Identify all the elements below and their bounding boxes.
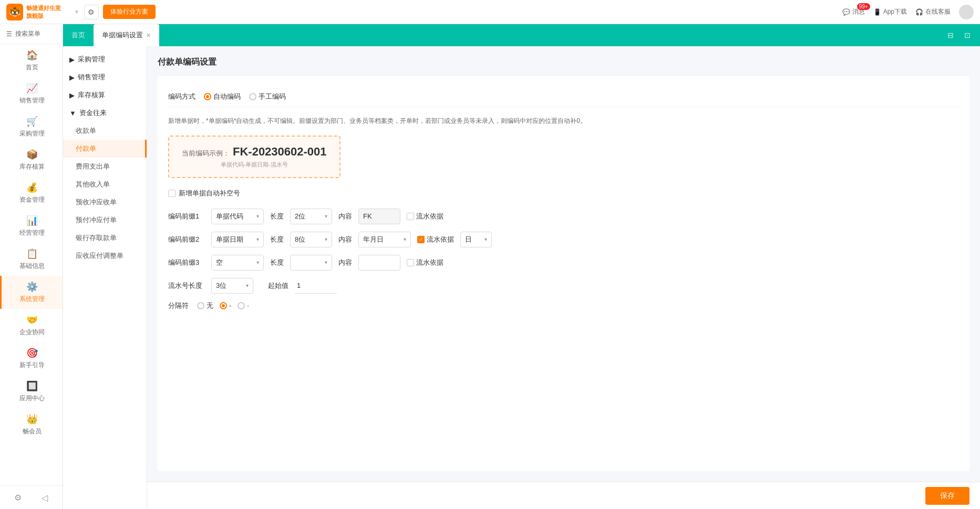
prefix2-stream-checkbox[interactable]: ✓ 流水依据 [417,235,454,244]
app-download-button[interactable]: 📱 App下载 [873,7,907,16]
secondary-sidebar: ▶ 采购管理 ▶ 销售管理 ▶ 库存核算 ▼ 资金往来 收款单 [63,46,147,509]
settings-icon[interactable]: ⚙ [84,5,99,19]
separator-label: 分隔符 [168,301,189,310]
sep-none-radio[interactable] [197,302,204,309]
sec-item-prepay-receivable[interactable]: 预收冲应收单 [63,193,147,211]
service-button[interactable]: 🎧 在线客服 [915,7,951,16]
sec-item-payment[interactable]: 付款单 [63,140,147,158]
sec-group-sales[interactable]: ▶ 销售管理 [63,68,147,86]
prefix2-content-label: 内容 [338,235,352,244]
message-badge: 99+ [857,3,870,10]
prefix3-arrow-icon: ▾ [256,259,259,265]
start-value-input[interactable]: 1 [295,278,337,294]
sec-item-prepay-payable[interactable]: 预付冲应付单 [63,211,147,229]
sep-dot2-radio[interactable] [238,302,245,309]
sidebar-item-operations[interactable]: 📊 经营管理 [0,210,63,243]
sec-chevron-icon4: ▼ [69,109,76,117]
prefix2-content-arrow-icon: ▾ [404,236,406,242]
prefix3-length-label: 长度 [270,258,284,267]
avatar[interactable] [959,5,974,19]
tab-minimize-button[interactable]: ⊟ [944,29,957,41]
tab-maximize-button[interactable]: ⊡ [961,29,974,41]
prefix1-content-input[interactable]: FK [358,209,400,224]
sec-group-finance[interactable]: ▼ 资金往来 [63,104,147,122]
prefix2-length-select[interactable]: 8位 ▾ [290,232,332,247]
prefix3-stream-checkbox[interactable]: 流水依据 [407,258,443,267]
sidebar-item-member[interactable]: 👑 畅会员 [0,408,63,441]
tab-home[interactable]: 首页 [63,24,94,46]
app-icon: 📱 [873,8,881,16]
sidebar-item-finance[interactable]: 💰 资金管理 [0,176,63,210]
tab-close-icon[interactable]: ✕ [146,32,151,39]
header-controls: ▼ ⚙ 体验行业方案 [74,5,156,19]
sec-item-receipt[interactable]: 收款单 [63,122,147,140]
sidebar-bottom: ⚙ ◁ [0,485,63,509]
sidebar-item-inventory[interactable]: 📦 库存核算 [0,143,63,176]
member-icon: 👑 [26,413,38,425]
sec-group-purchase[interactable]: ▶ 采购管理 [63,50,147,68]
prefix3-select[interactable]: 空 ▾ [211,255,264,271]
sec-item-adjustment[interactable]: 应收应付调整单 [63,247,147,265]
prefix2-length-label: 长度 [270,235,284,244]
sidebar-item-system[interactable]: ⚙️ 系统管理 [0,276,63,309]
search-menu-button[interactable]: ☰ 搜索菜单 [0,24,63,44]
prefix1-stream-cb[interactable] [407,213,414,220]
logo-text: 畅捷通好生意 旗舰版 [26,4,61,19]
sec-item-expense[interactable]: 费用支出单 [63,158,147,175]
prefix2-day-select[interactable]: 日 ▾ [460,232,492,247]
system-icon: ⚙️ [26,281,38,293]
sep-dot1-option[interactable]: - [220,302,231,309]
serial-length-arrow-icon: ▾ [246,283,249,288]
sidebar-settings-button[interactable]: ⚙ [11,490,25,505]
preview-label: 当前编码示例： [182,149,230,158]
sidebar-item-guide[interactable]: 🎯 新手引导 [0,342,63,375]
sec-item-other-income[interactable]: 其他收入单 [63,175,147,193]
finance-icon: 💰 [26,182,38,193]
prefix2-content-select[interactable]: 年月日 ▾ [358,232,411,247]
dropdown-button[interactable]: ▼ [74,8,80,16]
search-icon: ☰ [6,30,12,38]
enterprise-icon: 🤝 [26,314,38,326]
tab-encode-settings[interactable]: 单据编码设置 ✕ [94,24,159,46]
serial-length-label: 流水号长度 [168,281,205,290]
prefix3-label: 编码前缀3 [168,258,205,267]
prefix3-stream-cb[interactable] [407,259,414,266]
prefix2-length-arrow-icon: ▾ [325,236,327,242]
sep-dot1-radio[interactable] [220,302,227,309]
separator-radio-group: 无 - · [197,301,249,310]
auto-encode-radio[interactable] [204,93,211,100]
sidebar-item-appstore[interactable]: 🔲 应用中心 [0,375,63,408]
sep-none-option[interactable]: 无 [197,301,213,310]
header-left: 🐯 畅捷通好生意 旗舰版 ▼ ⚙ 体验行业方案 [6,4,156,20]
message-button[interactable]: 💬 消息 99+ [842,7,865,16]
prefix3-length-select[interactable]: ▾ [290,255,332,271]
sidebar-item-sales[interactable]: 📈 销售管理 [0,77,63,110]
auto-encode-option[interactable]: 自动编码 [204,92,241,101]
top-header: 🐯 畅捷通好生意 旗舰版 ▼ ⚙ 体验行业方案 💬 消息 99+ 📱 App下载… [0,0,980,24]
prefix-row-2: 编码前缀2 单据日期 ▾ 长度 8位 ▾ 内容 [168,232,959,247]
prefix1-length-select[interactable]: 2位 ▾ [290,209,332,224]
prefix1-stream-checkbox[interactable]: 流水依据 [407,212,443,221]
sidebar-collapse-button[interactable]: ◁ [37,490,52,505]
basic-info-icon: 📋 [26,248,38,259]
save-button[interactable]: 保存 [925,487,969,505]
auto-fill-checkbox[interactable] [168,190,176,197]
sidebar-item-enterprise[interactable]: 🤝 企业协同 [0,309,63,342]
trial-button[interactable]: 体验行业方案 [103,5,156,19]
prefix2-stream-cb[interactable]: ✓ [417,236,425,243]
sec-item-bank[interactable]: 银行存取款单 [63,229,147,247]
prefix2-arrow-icon: ▾ [256,236,259,242]
prefix2-select[interactable]: 单据日期 ▾ [211,232,264,247]
manual-encode-option[interactable]: 手工编码 [249,92,286,101]
serial-length-row: 流水号长度 3位 ▾ 起始值 1 [168,278,959,294]
sep-dot2-option[interactable]: · [238,302,249,309]
prefix1-select[interactable]: 单据代码 ▾ [211,209,264,224]
sec-group-inventory[interactable]: ▶ 库存核算 [63,86,147,104]
sidebar-item-basic-info[interactable]: 📋 基础信息 [0,243,63,276]
serial-length-select[interactable]: 3位 ▾ [211,278,253,294]
manual-encode-radio[interactable] [249,93,256,100]
sidebar-item-purchase[interactable]: 🛒 采购管理 [0,110,63,143]
prefix3-content-input[interactable] [358,255,400,271]
sidebar-item-home[interactable]: 🏠 首页 [0,44,63,77]
main-content: 付款单编码设置 编码方式 自动编码 [147,46,980,482]
